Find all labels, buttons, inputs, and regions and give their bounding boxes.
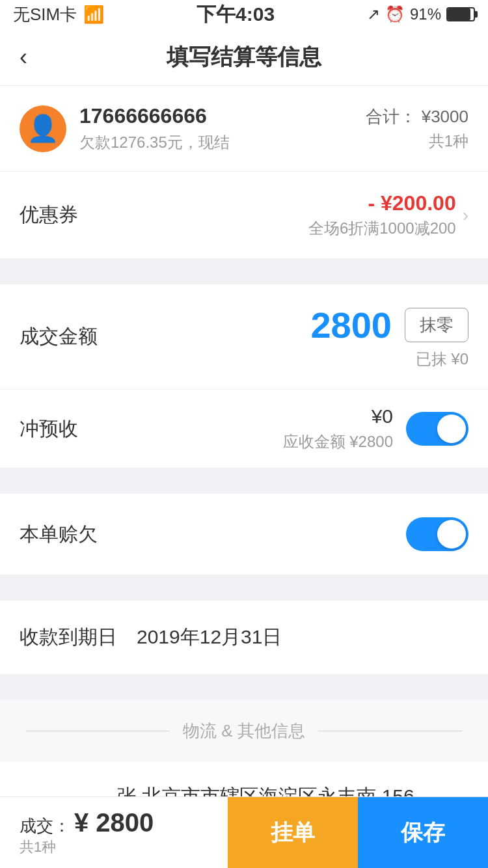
customer-row: 👤 17666666666 欠款1276.35元，现结 合计： ¥3000 共1… <box>0 86 488 171</box>
back-button[interactable]: ‹ <box>20 44 27 71</box>
status-right: ↗ ⏰ 91% <box>367 5 475 23</box>
prepay-right: ¥0 应收金额 ¥2800 <box>283 405 393 452</box>
customer-right: 合计： ¥3000 共1种 <box>366 105 468 152</box>
total-amount: ¥3000 <box>422 107 468 126</box>
credit-toggle[interactable] <box>406 517 468 551</box>
customer-left: 👤 17666666666 欠款1276.35元，现结 <box>20 104 230 153</box>
logistics-label: 物流 & 其他信息 <box>183 720 305 742</box>
total-label: 合计： ¥3000 <box>366 105 468 128</box>
due-date-label: 收款到期日 <box>20 624 117 651</box>
status-bar: 无SIM卡 📶 下午4:03 ↗ ⏰ 91% <box>0 0 488 29</box>
customer-section: 👤 17666666666 欠款1276.35元，现结 合计： ¥3000 共1… <box>0 86 488 258</box>
divider-line-left <box>26 731 170 731</box>
coupon-right: - ¥200.00 全场6折满1000减200 › <box>308 191 468 239</box>
prepay-row: 冲预收 ¥0 应收金额 ¥2800 <box>0 390 488 468</box>
deal-value: 2800 <box>310 304 392 346</box>
page-title: 填写结算等信息 <box>167 42 321 72</box>
save-button[interactable]: 保存 <box>358 797 488 868</box>
status-time: 下午4:03 <box>197 1 275 28</box>
divider-line-right <box>318 731 462 731</box>
no-sim-text: 无SIM卡 <box>13 3 77 26</box>
deal-section: 成交金额 2800 抹零 已抹 ¥0 冲预收 ¥0 应收金额 ¥2800 <box>0 284 488 468</box>
gray-divider-3 <box>0 588 488 601</box>
coupon-label: 优惠券 <box>20 202 78 228</box>
gray-divider-1 <box>0 271 488 284</box>
credit-section: 本单赊欠 <box>0 494 488 575</box>
coupon-discount: - ¥200.00 <box>308 191 456 215</box>
avatar: 👤 <box>20 105 66 152</box>
coupon-desc: 全场6折满1000减200 <box>308 218 456 239</box>
due-date-section: 收款到期日 2019年12月31日 <box>0 601 488 674</box>
summary-count: 共1种 <box>20 837 208 857</box>
wifi-icon: 📶 <box>83 5 104 25</box>
prepay-toggle[interactable] <box>406 412 468 446</box>
round-button[interactable]: 抹零 <box>405 308 468 342</box>
deal-amount-row: 成交金额 2800 抹零 已抹 ¥0 <box>0 284 488 390</box>
customer-sub: 欠款1276.35元，现结 <box>79 132 230 153</box>
coupon-row[interactable]: 优惠券 - ¥200.00 全场6折满1000减200 › <box>0 171 488 258</box>
due-date-row: 收款到期日 2019年12月31日 <box>0 601 488 674</box>
customer-phone: 17666666666 <box>79 104 230 128</box>
credit-toggle-knob <box>437 520 466 549</box>
prepay-label: 冲预收 <box>20 416 78 442</box>
gray-divider-4 <box>0 687 488 700</box>
bottom-bar: 成交： ¥ 2800 共1种 挂单 保存 <box>0 796 488 868</box>
avatar-icon: 👤 <box>27 113 59 144</box>
battery-percent: 91% <box>410 5 441 23</box>
battery-icon <box>446 7 475 21</box>
location-icon: ↗ <box>367 5 380 23</box>
gray-divider-2 <box>0 481 488 494</box>
alarm-icon: ⏰ <box>385 5 405 23</box>
summary-label: 成交： <box>20 815 70 837</box>
amount-right: 2800 抹零 <box>310 304 468 346</box>
status-left: 无SIM卡 📶 <box>13 3 104 26</box>
summary-amount: ¥ 2800 <box>74 808 154 837</box>
chevron-right-icon: › <box>463 205 468 226</box>
toggle-knob <box>437 414 466 443</box>
due-date-value: 2019年12月31日 <box>137 624 282 651</box>
credit-row: 本单赊欠 <box>0 494 488 575</box>
total-count: 共1种 <box>366 131 468 152</box>
prepay-sub: 应收金额 ¥2800 <box>283 431 393 452</box>
customer-info: 17666666666 欠款1276.35元，现结 <box>79 104 230 153</box>
credit-label: 本单赊欠 <box>20 521 98 548</box>
prepay-amount: ¥0 <box>372 405 393 427</box>
deal-sub: 已抹 ¥0 <box>416 349 468 370</box>
deal-label: 成交金额 <box>20 323 98 350</box>
bottom-summary: 成交： ¥ 2800 共1种 <box>0 797 228 868</box>
logistics-divider: 物流 & 其他信息 <box>0 700 488 762</box>
hang-button[interactable]: 挂单 <box>228 797 358 868</box>
nav-bar: ‹ 填写结算等信息 <box>0 29 488 86</box>
